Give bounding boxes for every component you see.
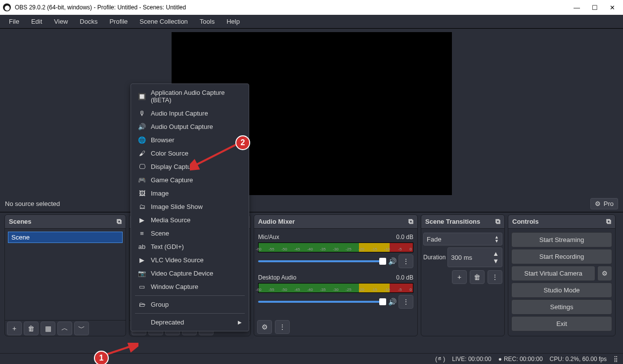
submenu-arrow-icon: ▶ <box>238 320 242 325</box>
menu-item-label: VLC Video Source <box>151 256 204 264</box>
scenes-add-button[interactable]: + <box>7 322 22 335</box>
minimize-button[interactable]: — <box>574 4 580 11</box>
menu-file[interactable]: File <box>3 16 25 27</box>
scenes-down-button[interactable]: ﹀ <box>74 322 89 335</box>
menu-item-game-capture[interactable]: 🎮Game Capture <box>131 173 249 187</box>
audio-options-button[interactable]: ⋮ <box>399 254 413 268</box>
menu-item-scene[interactable]: ≡Scene <box>131 227 249 240</box>
mixer-advanced-button[interactable]: ⚙ <box>257 320 272 334</box>
volume-slider[interactable] <box>258 260 386 262</box>
transition-remove-button[interactable]: 🗑 <box>470 270 485 284</box>
menu-item-text-gdi-[interactable]: abText (GDI+) <box>131 240 249 253</box>
menu-scene-collection[interactable]: Scene Collection <box>134 16 194 27</box>
menu-item-label: Scene <box>151 230 169 237</box>
menu-item-window-capture[interactable]: ▭Window Capture <box>131 280 249 293</box>
controls-undock-icon[interactable]: ⧉ <box>606 217 611 226</box>
annotation-arrow-1 <box>104 343 138 358</box>
menu-view[interactable]: View <box>48 16 74 27</box>
menu-edit[interactable]: Edit <box>25 16 48 27</box>
svg-line-1 <box>106 346 133 355</box>
menu-item-label: Group <box>151 301 169 308</box>
menu-item-label: Image Slide Show <box>151 203 203 210</box>
settings-button[interactable]: Settings <box>511 299 612 315</box>
menu-item-label: Color Source <box>151 150 188 157</box>
menu-item-group[interactable]: 🗁Group <box>131 298 249 311</box>
mute-button[interactable]: 🔊 <box>388 298 397 306</box>
text-icon: ab <box>138 243 146 250</box>
annotation-step-2: 2 <box>235 135 250 150</box>
gamepad-icon: 🎮 <box>138 176 146 184</box>
updown-icon: ▲▼ <box>494 235 499 243</box>
play-icon: ▶ <box>138 256 146 264</box>
updown-icon: ▲▼ <box>492 250 499 265</box>
menu-item-vlc-video-source[interactable]: ▶VLC Video Source <box>131 253 249 267</box>
start-recording-button[interactable]: Start Recording <box>511 249 612 264</box>
mute-button[interactable]: 🔊 <box>388 257 397 265</box>
volume-slider[interactable] <box>258 301 386 303</box>
panels-row: Scenes ⧉ Scene + 🗑 ▦ ︿ ﹀ Sources ⧉ + 🗑 ⚙… <box>0 212 623 338</box>
menu-item-audio-output-capture[interactable]: 🔊Audio Output Capture <box>131 120 249 133</box>
preview-area <box>0 29 623 196</box>
menu-item-label: Media Source <box>151 216 190 224</box>
exit-button[interactable]: Exit <box>511 316 612 331</box>
menu-item-label: Video Capture Device <box>151 270 213 277</box>
brush-icon: 🖌 <box>138 150 146 157</box>
menu-item-image-slide-show[interactable]: 🗂Image Slide Show <box>131 200 249 213</box>
no-source-label: No source selected <box>5 200 60 207</box>
menu-item-media-source[interactable]: ▶Media Source <box>131 213 249 227</box>
scenes-up-button[interactable]: ︿ <box>57 322 72 335</box>
properties-button[interactable]: ⚙ Pro <box>590 198 618 209</box>
menu-item-video-capture-device[interactable]: 📷Video Capture Device <box>131 267 249 280</box>
audio-channel-level: 0.0 dB <box>396 274 413 281</box>
status-rec: REC: 00:00:00 <box>504 356 543 363</box>
slideshow-icon: 🗂 <box>138 203 146 210</box>
scenes-undock-icon[interactable]: ⧉ <box>117 217 122 226</box>
menu-help[interactable]: Help <box>221 16 246 27</box>
menu-tools[interactable]: Tools <box>194 16 221 27</box>
window-titlebar: ⬤ OBS 29.0.2 (64-bit, windows) - Profile… <box>0 0 623 15</box>
transition-select[interactable]: Fade ▲▼ <box>423 233 502 245</box>
controls-title: Controls <box>512 218 538 225</box>
record-dot-icon: ● <box>498 356 502 363</box>
vcam-settings-button[interactable]: ⚙ <box>597 266 612 281</box>
camera-icon: 📷 <box>138 270 146 277</box>
transitions-undock-icon[interactable]: ⧉ <box>495 217 500 226</box>
menu-item-label: Image <box>151 190 169 197</box>
status-cpu: CPU: 0.2%, 60.00 fps <box>550 356 607 363</box>
menu-separator <box>135 295 245 296</box>
transitions-title: Scene Transitions <box>425 218 480 225</box>
transition-props-button[interactable]: ⋮ <box>488 270 502 284</box>
menu-item-audio-input-capture[interactable]: 🎙Audio Input Capture <box>131 107 249 120</box>
controls-panel: Controls ⧉ Start Streaming Start Recordi… <box>508 214 616 336</box>
menu-docks[interactable]: Docks <box>74 16 103 27</box>
list-icon: ≡ <box>138 230 146 237</box>
studio-mode-button[interactable]: Studio Mode <box>511 283 612 298</box>
transition-add-button[interactable]: + <box>452 270 467 284</box>
menu-profile[interactable]: Profile <box>103 16 134 27</box>
svg-line-0 <box>194 144 237 166</box>
scenes-remove-button[interactable]: 🗑 <box>24 322 39 335</box>
mixer-undock-icon[interactable]: ⧉ <box>408 217 413 226</box>
transitions-panel: Scene Transitions ⧉ Fade ▲▼ Duration 300… <box>421 214 505 336</box>
scenes-title: Scenes <box>9 218 32 225</box>
scene-item-selected[interactable]: Scene <box>8 232 123 243</box>
menu-item-label: Deprecated <box>151 319 184 326</box>
app-audio-icon: 🔲 <box>138 93 146 100</box>
audio-options-button[interactable]: ⋮ <box>399 295 413 309</box>
menu-item-label: Text (GDI+) <box>151 243 184 250</box>
close-button[interactable]: ✕ <box>610 4 615 11</box>
mic-icon: 🎙 <box>138 110 146 117</box>
audio-channel-name: Desktop Audio <box>258 274 396 281</box>
menu-item-application-audio-capture-beta-[interactable]: 🔲Application Audio Capture (BETA) <box>131 86 249 107</box>
mixer-menu-button[interactable]: ⋮ <box>275 320 290 334</box>
menu-item-deprecated[interactable]: Deprecated▶ <box>131 316 249 329</box>
maximize-button[interactable]: ☐ <box>592 4 598 11</box>
menu-item-image[interactable]: 🖼Image <box>131 187 249 200</box>
start-streaming-button[interactable]: Start Streaming <box>511 232 612 247</box>
globe-icon: 🌐 <box>138 136 146 144</box>
scenes-filter-button[interactable]: ▦ <box>41 322 55 335</box>
window-icon: ▭ <box>138 283 146 290</box>
duration-input[interactable]: 300 ms ▲▼ <box>447 247 502 267</box>
start-virtual-camera-button[interactable]: Start Virtual Camera <box>511 266 595 281</box>
status-live: LIVE: 00:00:00 <box>452 356 491 363</box>
